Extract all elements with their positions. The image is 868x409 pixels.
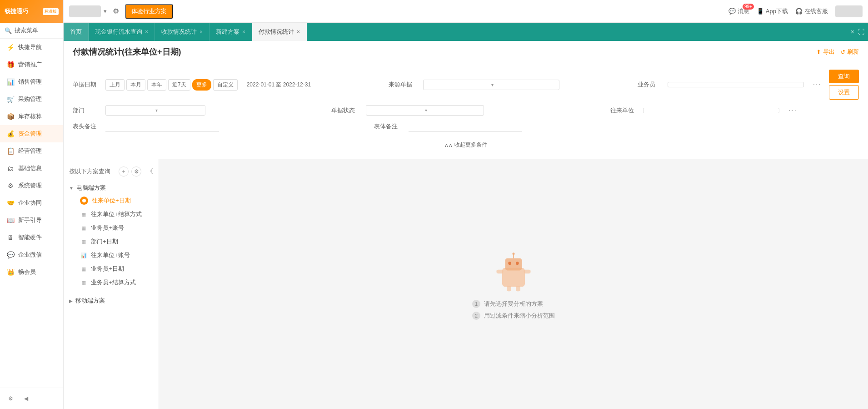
topbar-dropdown-arrow[interactable]: ▾	[104, 8, 107, 15]
main-area: ▾ ⚙ 体验行业方案 💬 消息 99+ 📱 App下载 🎧 在线客服	[64, 0, 868, 409]
source-select[interactable]: ▾	[423, 80, 559, 90]
tab-receipt-stats-close[interactable]: ×	[200, 29, 203, 35]
mobile-group-header[interactable]: ▶ 移动端方案	[69, 295, 153, 307]
sidebar-item-marketing[interactable]: 🎁 营销推广	[0, 56, 63, 73]
date-btn-this-month[interactable]: 本月	[126, 79, 145, 91]
tab-close-all-btn[interactable]: ×	[851, 28, 854, 35]
tab-new-scheme-close[interactable]: ×	[242, 29, 245, 35]
sidebar-item-quick-nav[interactable]: ⚡ 快捷导航	[0, 39, 63, 56]
sidebar-logo: 畅捷通巧	[5, 7, 28, 15]
sidebar-item-label: 营销推广	[18, 61, 42, 69]
user-menu[interactable]	[835, 5, 863, 17]
refresh-btn[interactable]: ↺ 刷新	[840, 48, 859, 56]
refresh-label: 刷新	[847, 48, 859, 56]
scheme-item-counterpart-settlement[interactable]: ▦ 往来单位+结算方式	[76, 207, 153, 221]
computer-group-header[interactable]: ▼ 电脑端方案	[69, 182, 153, 194]
scheme-item-counterpart-account[interactable]: 📊 往来单位+账号	[76, 248, 153, 262]
sidebar-item-inventory[interactable]: 📦 库存核算	[0, 108, 63, 125]
trial-btn[interactable]: 体验行业方案	[125, 4, 173, 19]
svg-rect-8	[524, 269, 531, 273]
scheme-item-label: 往来单位+结算方式	[91, 210, 142, 218]
tab-payment-stats-close[interactable]: ×	[297, 29, 300, 35]
scheme-item-counterpart-date[interactable]: 往来单位+日期	[76, 194, 153, 207]
scheme-item-salesperson-account[interactable]: ▦ 业务员+账号	[76, 221, 153, 235]
collapse-more-btn[interactable]: ∧∧ 收起更多条件	[73, 137, 859, 152]
sidebar-item-sales[interactable]: 📊 销售管理	[0, 73, 63, 91]
finance-icon: 💰	[6, 130, 15, 138]
sidebar-item-label: 经营管理	[18, 147, 42, 155]
messages-btn[interactable]: 💬 消息 99+	[728, 7, 749, 15]
empty-state: 1 请先选择要分析的方案 2 用过滤条件来缩小分析范围	[472, 249, 555, 320]
date-btn-7days[interactable]: 近7天	[168, 79, 190, 91]
tab-spacer	[307, 23, 847, 41]
salesperson-more-btn[interactable]: ···	[813, 81, 822, 89]
topbar-settings-btn[interactable]: ⚙	[110, 5, 122, 18]
sidebar-item-label: 系统管理	[18, 182, 42, 190]
sidebar-header: 畅捷通巧 标准版	[0, 0, 63, 23]
empty-hint-2: 2 用过滤条件来缩小分析范围	[472, 312, 555, 320]
user-avatar	[69, 5, 101, 17]
counterpart-more-btn[interactable]: ···	[788, 106, 797, 115]
sidebar-item-operations[interactable]: 📋 经营管理	[0, 142, 63, 160]
tab-payment-stats[interactable]: 付款情况统计 ×	[252, 23, 307, 41]
panel-collapse-btn[interactable]: 《	[147, 167, 153, 176]
tab-home[interactable]: 首页	[64, 23, 89, 41]
scheme-settings-btn[interactable]: ⚙	[131, 167, 141, 177]
sidebar-item-guide[interactable]: 📖 新手引导	[0, 212, 63, 229]
tab-bank-flow-close[interactable]: ×	[145, 29, 148, 35]
footer-settings-btn[interactable]: ⚙	[5, 393, 17, 404]
svg-rect-10	[516, 286, 520, 291]
page-header-actions: ⬆ 导出 ↺ 刷新	[816, 48, 859, 56]
date-btn-last-month[interactable]: 上月	[105, 79, 125, 91]
tab-new-scheme[interactable]: 新建方案 ×	[210, 23, 252, 41]
sidebar-item-basic-info[interactable]: 🗂 基础信息	[0, 160, 63, 177]
hint-num-1: 1	[472, 300, 480, 308]
settings-btn[interactable]: 设置	[829, 85, 859, 100]
dept-label: 部门	[73, 106, 98, 115]
sidebar-search[interactable]: 🔍 搜索菜单	[0, 23, 63, 39]
sidebar-item-system[interactable]: ⚙ 系统管理	[0, 177, 63, 194]
voucher-status-select[interactable]: ▾	[366, 105, 484, 116]
scheme-item-label: 往来单位+日期	[92, 197, 131, 205]
tab-maximize-btn[interactable]: ⛶	[858, 28, 864, 35]
chevron-up-icon: ∧∧	[444, 142, 453, 148]
add-scheme-btn[interactable]: +	[119, 167, 129, 177]
active-scheme-icon	[80, 197, 88, 205]
sidebar-item-label: 企业协同	[18, 199, 42, 207]
svg-rect-9	[507, 286, 511, 291]
online-service-btn[interactable]: 🎧 在线客服	[795, 7, 828, 15]
scheme-item-salesperson-date[interactable]: ▦ 业务员+日期	[76, 262, 153, 276]
empty-hint-1: 1 请先选择要分析的方案	[472, 300, 555, 308]
date-btn-this-year[interactable]: 本年	[147, 79, 166, 91]
date-btn-more[interactable]: 更多	[192, 79, 211, 91]
sidebar-item-label: 销售管理	[18, 78, 42, 86]
filter-action-btns: 查询 设置	[829, 70, 859, 100]
scheme-item-dept-date[interactable]: ▦ 部门+日期	[76, 235, 153, 248]
sidebar-item-finance[interactable]: 💰 资金管理	[0, 125, 63, 142]
dept-select[interactable]: ▾	[105, 105, 205, 116]
sidebar-item-enterprise[interactable]: 🤝 企业协同	[0, 194, 63, 212]
header-note-input[interactable]	[105, 121, 219, 132]
body-note-input[interactable]	[409, 121, 522, 132]
footer-collapse-btn[interactable]: ◀	[20, 393, 32, 404]
tab-receipt-stats[interactable]: 收款情况统计 ×	[155, 23, 210, 41]
sidebar-item-weixin[interactable]: 💬 企业微信	[0, 246, 63, 263]
app-download-btn[interactable]: 📱 App下载	[757, 7, 788, 15]
empty-state-icon	[491, 249, 536, 294]
tab-bank-flow[interactable]: 现金银行流水查询 ×	[89, 23, 155, 41]
inventory-icon: 📦	[6, 112, 15, 121]
topbar-left: ▾ ⚙ 体验行业方案	[69, 4, 173, 19]
sidebar-item-hardware[interactable]: 🖥 智能硬件	[0, 229, 63, 246]
counterpart-select[interactable]	[643, 108, 779, 113]
query-btn[interactable]: 查询	[829, 70, 859, 83]
sidebar-item-purchase[interactable]: 🛒 采购管理	[0, 91, 63, 108]
salesperson-select[interactable]	[668, 82, 804, 87]
sidebar-item-member[interactable]: 👑 畅会员	[0, 263, 63, 281]
tab-receipt-stats-label: 收款情况统计	[161, 28, 197, 36]
export-btn[interactable]: ⬆ 导出	[816, 48, 835, 56]
scheme-item-salesperson-settlement[interactable]: ▦ 业务员+结算方式	[76, 276, 153, 289]
svg-point-3	[508, 262, 511, 265]
sidebar-item-label: 新手引导	[18, 216, 42, 224]
date-btn-custom[interactable]: 自定义	[213, 79, 238, 91]
page-content: 付款情况统计(往来单位+日期) ⬆ 导出 ↺ 刷新 单据日期 上月 本月	[64, 41, 868, 409]
